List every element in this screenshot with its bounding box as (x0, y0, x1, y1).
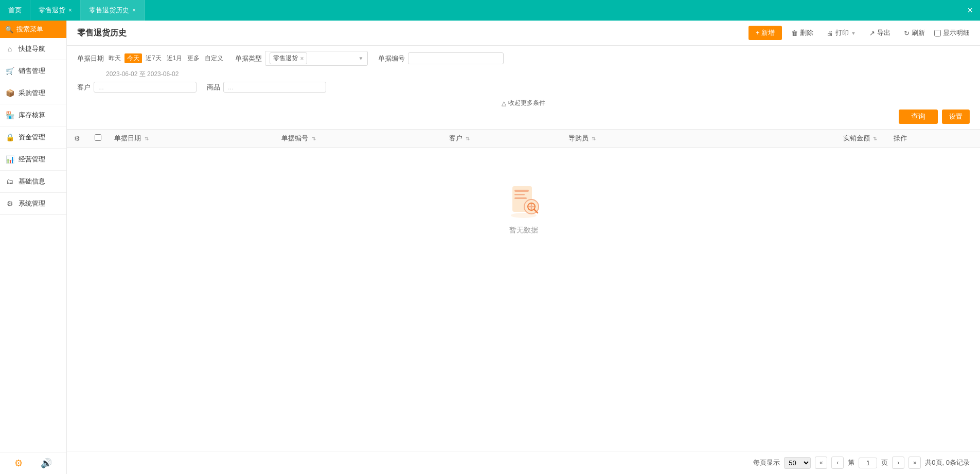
main-layout: 🔍 搜索菜单 ⌂ 快捷导航 🛒 销售管理 📦 采购管理 🏪 库存核算 🔒 资金管… (0, 21, 980, 474)
tab-retail-return-history-label: 零售退货历史 (89, 6, 129, 15)
tab-retail-return-close[interactable]: × (68, 7, 72, 14)
tab-retail-return-label: 零售退货 (39, 6, 65, 15)
sidebar-item-inventory[interactable]: 🏪 库存核算 (0, 104, 66, 126)
goods-input[interactable]: ... (228, 83, 234, 91)
delete-button[interactable]: 🗑 删除 (787, 26, 817, 40)
last-page-btn[interactable]: » (908, 457, 921, 469)
next-page-btn[interactable]: › (892, 457, 904, 469)
collapse-icon: △ (502, 100, 506, 107)
bill-type-value: 零售退货 (273, 54, 298, 63)
bill-type-dropdown-icon[interactable]: ▼ (358, 56, 363, 61)
volume-icon[interactable]: 🔊 (41, 458, 52, 469)
th-bill-date-sort: ⇅ (145, 136, 149, 141)
th-customer-label: 客户 (449, 134, 462, 142)
empty-icon (503, 178, 544, 220)
customer-input[interactable]: ... (98, 83, 104, 91)
export-button[interactable]: ↗ 导出 (865, 26, 895, 40)
export-icon: ↗ (869, 29, 875, 37)
delete-icon: 🗑 (791, 29, 798, 37)
show-detail-label: 显示明细 (943, 28, 970, 38)
nav-tabs: 首页 零售退货 × 零售退货历史 × (0, 0, 960, 21)
info-icon: 🗂 (5, 177, 14, 186)
per-page-label: 每页显示 (753, 458, 780, 467)
bill-no-filter: 单据编号 (378, 52, 504, 64)
sidebar-search[interactable]: 🔍 搜索菜单 (0, 21, 66, 38)
sidebar-item-finance[interactable]: 🔒 资金管理 (0, 126, 66, 149)
refresh-label: 刷新 (912, 28, 925, 38)
filter-bar: 单据日期 昨天 今天 近7天 近1月 更多 自定义 单据类型 (67, 46, 980, 130)
goods-label: 商品 (207, 83, 220, 92)
bill-type-tag: 零售退货 × (270, 52, 307, 64)
window-close-button[interactable]: × (960, 5, 980, 16)
sidebar-item-quicknav[interactable]: ⌂ 快捷导航 (0, 38, 66, 60)
data-table: ⚙ 单据日期 ⇅ 单据编号 ⇅ (67, 130, 980, 148)
chart-icon: 📊 (5, 155, 14, 164)
settings-icon: ⚙ (74, 135, 80, 142)
date-custom[interactable]: 自定义 (203, 53, 225, 63)
pagination: 每页显示 10 20 50 100 « ‹ 第 页 › » 共0页, 0条记录 (67, 451, 980, 474)
sidebar-item-sales[interactable]: 🛒 销售管理 (0, 60, 66, 82)
gear-bottom-icon[interactable]: ⚙ (14, 458, 23, 469)
query-button[interactable]: 查询 (899, 110, 938, 124)
sidebar-item-system[interactable]: ⚙ 系统管理 (0, 193, 66, 215)
content-area: 零售退货历史 + 新增 🗑 删除 🖨 打印 ▼ ↗ 导出 ↻ (67, 21, 980, 474)
th-checkbox[interactable] (87, 130, 108, 148)
th-amount-label: 实销金额 (843, 134, 870, 142)
bill-type-label: 单据类型 (235, 54, 262, 63)
sidebar-item-inventory-label: 库存核算 (19, 111, 45, 120)
print-dropdown-icon: ▼ (851, 30, 856, 36)
sidebar-item-sales-label: 销售管理 (19, 66, 45, 76)
sidebar-item-purchase[interactable]: 📦 采购管理 (0, 82, 66, 104)
tab-retail-return-history[interactable]: 零售退货历史 × (81, 0, 145, 21)
filter-row-date-range: 2023-06-02 至 2023-06-02 (77, 70, 970, 79)
bill-no-input[interactable] (408, 52, 504, 64)
sidebar-item-operation[interactable]: 📊 经营管理 (0, 149, 66, 171)
sidebar-item-system-label: 系统管理 (19, 199, 45, 208)
th-guide[interactable]: 导购员 ⇅ (562, 130, 706, 148)
go-page-suffix: 页 (881, 458, 888, 467)
th-settings[interactable]: ⚙ (67, 130, 87, 148)
date-yesterday[interactable]: 昨天 (107, 53, 122, 63)
table-header-row: ⚙ 单据日期 ⇅ 单据编号 ⇅ (67, 130, 980, 148)
per-page-select[interactable]: 10 20 50 100 (784, 457, 811, 469)
th-bill-date[interactable]: 单据日期 ⇅ (108, 130, 275, 148)
tab-retail-return[interactable]: 零售退货 × (30, 0, 81, 21)
show-detail-checkbox[interactable] (934, 30, 941, 37)
sidebar-search-label: 搜索菜单 (16, 25, 43, 34)
filter-row-2: 客户 ... 商品 ... (77, 82, 970, 93)
date-7days[interactable]: 近7天 (144, 53, 163, 63)
top-nav: 首页 零售退货 × 零售退货历史 × × (0, 0, 980, 21)
collapse-label: 收起更多条件 (508, 99, 545, 107)
delete-label: 删除 (800, 28, 813, 38)
tab-retail-return-history-close[interactable]: × (132, 7, 136, 14)
page-header: 零售退货历史 + 新增 🗑 删除 🖨 打印 ▼ ↗ 导出 ↻ (67, 21, 980, 46)
sidebar-item-basicinfo[interactable]: 🗂 基础信息 (0, 171, 66, 193)
new-button[interactable]: + 新增 (749, 26, 782, 40)
th-customer[interactable]: 客户 ⇅ (443, 130, 562, 148)
date-today[interactable]: 今天 (124, 53, 142, 63)
th-bill-no[interactable]: 单据编号 ⇅ (275, 130, 442, 148)
tab-home[interactable]: 首页 (0, 0, 30, 21)
refresh-button[interactable]: ↻ 刷新 (900, 26, 929, 40)
print-icon: 🖨 (827, 29, 833, 37)
first-page-btn[interactable]: « (815, 457, 827, 469)
sidebar: 🔍 搜索菜单 ⌂ 快捷导航 🛒 销售管理 📦 采购管理 🏪 库存核算 🔒 资金管… (0, 21, 67, 474)
lock-icon: 🔒 (5, 133, 14, 142)
date-more[interactable]: 更多 (186, 53, 201, 63)
customer-label: 客户 (77, 83, 91, 92)
print-button[interactable]: 🖨 打印 ▼ (823, 26, 860, 40)
sidebar-item-operation-label: 经营管理 (19, 155, 45, 164)
date-range-display: 2023-06-02 至 2023-06-02 (106, 70, 179, 79)
page-actions: + 新增 🗑 删除 🖨 打印 ▼ ↗ 导出 ↻ 刷新 (749, 26, 970, 40)
th-bill-no-label: 单据编号 (281, 134, 308, 142)
current-page-input[interactable] (859, 458, 877, 468)
select-all-checkbox[interactable] (95, 134, 101, 141)
bill-type-tag-close[interactable]: × (300, 55, 304, 62)
date-1month[interactable]: 近1月 (165, 53, 184, 63)
settings-query-button[interactable]: 设置 (942, 110, 970, 124)
th-guide-label: 导购员 (568, 134, 589, 142)
prev-page-btn[interactable]: ‹ (831, 457, 844, 469)
page-title: 零售退货历史 (77, 28, 127, 39)
th-amount[interactable]: 实销金额 ⇅ (705, 130, 887, 148)
collapse-filter-btn[interactable]: △ 收起更多条件 (502, 99, 545, 107)
